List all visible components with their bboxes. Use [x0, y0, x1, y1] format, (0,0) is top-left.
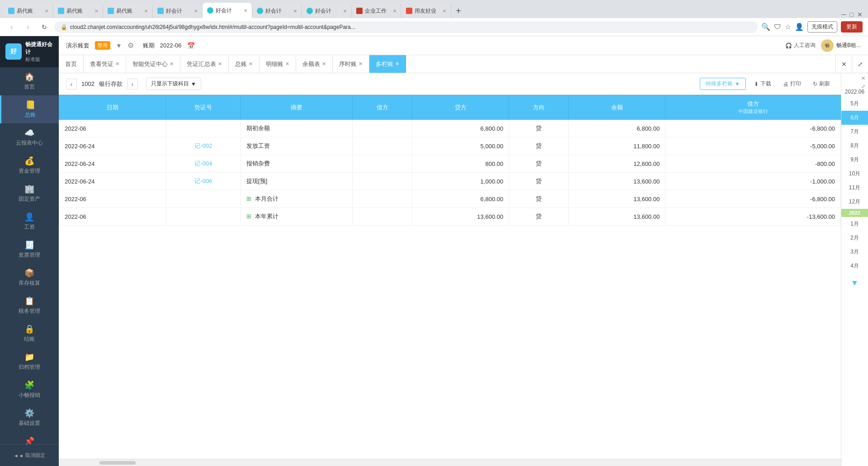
tab5-close[interactable]: ✕: [244, 8, 247, 13]
url-bar[interactable]: 🔒 cloud2.chanjet.com/accounting/uh26t264…: [54, 21, 758, 33]
tab7-close[interactable]: ✕: [343, 9, 347, 14]
month-2023-1[interactable]: 1月: [841, 217, 868, 231]
multi-col-button[interactable]: 特殊多栏账 ▼: [700, 78, 746, 90]
month-2023-3[interactable]: 3月: [841, 245, 868, 259]
cell-voucher-3[interactable]: 记-004: [166, 155, 241, 173]
sidebar-item-expense[interactable]: 🧩 小畅报销: [0, 376, 59, 404]
month-9[interactable]: 9月: [841, 153, 868, 167]
settings-dropdown-icon[interactable]: ▼: [116, 42, 122, 49]
panel-close-button[interactable]: ✕: [859, 74, 867, 82]
tab-voucher-summary[interactable]: 凭证汇总表 ✕: [180, 55, 229, 73]
consult-button[interactable]: 🎧 人工咨询: [785, 42, 816, 49]
horizontal-scrollbar[interactable]: [59, 459, 841, 466]
user-area[interactable]: 畅 畅通B租...: [821, 39, 861, 52]
tab3-close[interactable]: ✕: [144, 9, 148, 14]
month-8[interactable]: 8月: [841, 139, 868, 153]
browser-tab-2[interactable]: 易代账 ✕: [53, 4, 103, 18]
tab-vouchers-close[interactable]: ✕: [115, 61, 119, 67]
update-button[interactable]: 更新: [841, 21, 863, 33]
month-7[interactable]: 7月: [841, 125, 868, 139]
browser-tab-6[interactable]: 好会计 ✕: [252, 4, 302, 18]
month-2023-2[interactable]: 2月: [841, 231, 868, 245]
add-tab-button[interactable]: +: [451, 4, 466, 18]
pin-button[interactable]: ◄◄ 取消固定: [4, 449, 55, 461]
tab-multi-close[interactable]: ✕: [395, 61, 399, 67]
month-5[interactable]: 5月: [841, 97, 868, 111]
sidebar-item-home[interactable]: 🏠 首页: [0, 67, 59, 95]
prev-account-button[interactable]: ‹: [66, 79, 77, 89]
tab-gl-close[interactable]: ✕: [249, 61, 253, 67]
tab-sequence[interactable]: 序时账 ✕: [333, 55, 369, 73]
sidebar-item-fixed-assets[interactable]: 🏢 固定资产: [0, 179, 59, 207]
browser-tab-9[interactable]: 用友好业 ✕: [401, 4, 451, 18]
sidebar-item-general-ledger[interactable]: 📒 总账: [0, 95, 59, 123]
scroll-down-panel[interactable]: ▼: [849, 277, 861, 290]
sub-filter-dropdown[interactable]: 只显示下级科目 ▼: [146, 78, 201, 90]
voucher-link-2[interactable]: 记-002: [194, 142, 212, 149]
month-11[interactable]: 11月: [841, 181, 868, 195]
maximize-icon[interactable]: □: [850, 11, 854, 18]
tab-dl-close[interactable]: ✕: [285, 61, 289, 67]
tab1-close[interactable]: ✕: [45, 9, 48, 14]
tab-general-ledger[interactable]: 总账 ✕: [229, 55, 259, 73]
calendar-icon[interactable]: 📅: [187, 42, 195, 49]
tab2-close[interactable]: ✕: [94, 9, 98, 14]
shield-icon[interactable]: 🛡: [774, 23, 781, 31]
close-icon[interactable]: ✕: [857, 11, 863, 18]
star-icon[interactable]: ☆: [785, 23, 791, 31]
month-2023-4[interactable]: 4月: [841, 259, 868, 273]
tab-home[interactable]: 首页: [59, 55, 84, 73]
sidebar-item-closing[interactable]: 🔒 结账: [0, 320, 59, 348]
browser-tab-4[interactable]: 好会计 ✕: [153, 4, 203, 18]
month-12[interactable]: 12月: [841, 195, 868, 209]
tab6-close[interactable]: ✕: [293, 9, 297, 14]
browser-tab-8[interactable]: 企业工作 ✕: [352, 4, 401, 18]
tab-multi-ledger[interactable]: 多栏账 ✕: [369, 55, 406, 73]
search-browser-icon[interactable]: 🔍: [761, 23, 770, 31]
print-button[interactable]: 🖨 打印: [779, 78, 805, 89]
download-button[interactable]: ⬇ 下载: [750, 78, 775, 89]
voucher-link-3[interactable]: 记-004: [194, 160, 212, 167]
tab9-close[interactable]: ✕: [443, 9, 446, 14]
panel-expand-button[interactable]: ⤢: [859, 82, 867, 90]
next-account-button[interactable]: ›: [127, 79, 138, 89]
refresh-button[interactable]: ↻: [38, 21, 51, 33]
month-10[interactable]: 10月: [841, 167, 868, 181]
tab-balance[interactable]: 余额表 ✕: [296, 55, 333, 73]
tab-smart-center[interactable]: 智能凭证中心 ✕: [126, 55, 180, 73]
tab-smart-close[interactable]: ✕: [170, 61, 174, 67]
tab-vouchers[interactable]: 查看凭证 ✕: [84, 55, 126, 73]
voucher-link-4[interactable]: 记-006: [194, 178, 212, 184]
sidebar-item-invoice[interactable]: 🧾 发票管理: [0, 235, 59, 264]
tab-expand-button[interactable]: ⤢: [852, 55, 868, 73]
sidebar-item-guide[interactable]: 📌 新手引导: [0, 432, 59, 444]
sidebar-item-settings[interactable]: ⚙️ 基础设置: [0, 404, 59, 432]
scroll-thumb[interactable]: [99, 461, 136, 465]
tab-balance-close[interactable]: ✕: [322, 61, 326, 67]
browser-tab-1[interactable]: 易代账 ✕: [4, 4, 53, 18]
tab-sequence-close[interactable]: ✕: [359, 61, 363, 67]
gear-icon[interactable]: ⚙: [127, 41, 134, 50]
refresh-toolbar-button[interactable]: ↻ 刷新: [809, 78, 834, 89]
sidebar-item-cloud-report[interactable]: ☁️ 云报表中心: [0, 123, 59, 151]
sidebar-item-archive[interactable]: 📁 归档管理: [0, 348, 59, 376]
tab-detail-ledger[interactable]: 明细账 ✕: [259, 55, 296, 73]
cell-voucher-4[interactable]: 记-006: [166, 173, 241, 190]
browser-tab-7[interactable]: 好会计 ✕: [302, 4, 352, 18]
sidebar-item-tax[interactable]: 📋 税务管理: [0, 292, 59, 320]
tab-collapse-button[interactable]: ✕: [835, 55, 852, 73]
sidebar-item-fund[interactable]: 💰 资金管理: [0, 151, 59, 179]
tab4-close[interactable]: ✕: [194, 9, 198, 14]
back-button[interactable]: ‹: [5, 21, 18, 33]
cell-voucher-2[interactable]: 记-002: [166, 137, 241, 155]
browser-tab-3[interactable]: 易代账 ✕: [103, 4, 153, 18]
forward-button[interactable]: ›: [22, 21, 34, 33]
minimize-icon[interactable]: ─: [842, 11, 846, 18]
tab8-close[interactable]: ✕: [393, 9, 396, 14]
profile-icon[interactable]: 👤: [795, 23, 804, 31]
tab-vsummary-close[interactable]: ✕: [218, 61, 222, 67]
sidebar-item-payroll[interactable]: 👤 工资: [0, 207, 59, 235]
browser-tab-5[interactable]: 好会计 ✕: [203, 3, 252, 18]
sidebar-item-inventory[interactable]: 📦 库存核算: [0, 264, 59, 292]
month-6[interactable]: 6月: [841, 111, 868, 125]
